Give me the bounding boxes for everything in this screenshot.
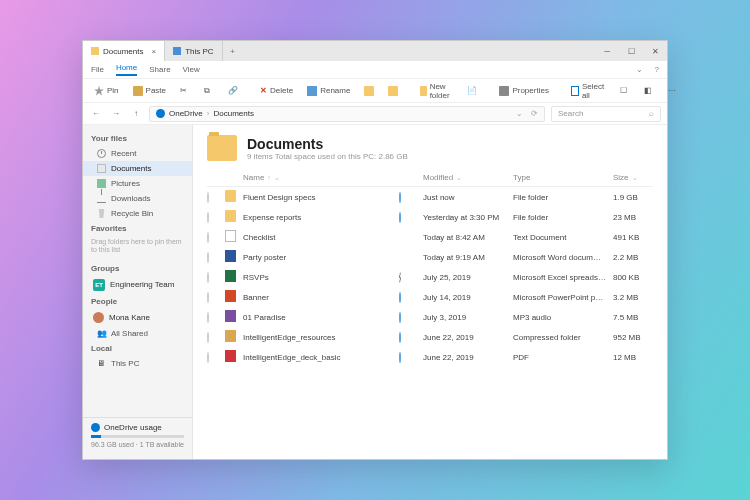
sidebar-item-recyclebin[interactable]: Recycle Bin bbox=[83, 206, 192, 221]
titlebar: Documents × This PC + ─ ☐ ✕ bbox=[83, 41, 667, 61]
sidebar-item-recent[interactable]: Recent bbox=[83, 146, 192, 161]
moveto-button[interactable] bbox=[359, 84, 379, 98]
file-size: 7.5 MB bbox=[613, 313, 653, 322]
copypath-button[interactable]: 🔗 bbox=[223, 84, 243, 98]
file-size: 23 MB bbox=[613, 213, 653, 222]
status-cloud-icon bbox=[399, 332, 401, 343]
menu-file[interactable]: File bbox=[91, 65, 104, 74]
selectall-icon bbox=[571, 86, 579, 96]
chevron-down-icon[interactable]: ⌄ bbox=[516, 109, 523, 118]
folder-icon bbox=[420, 86, 426, 96]
copy-button[interactable]: ⧉ bbox=[199, 84, 219, 98]
sidebar-person-item[interactable]: Mona Kane bbox=[83, 309, 192, 326]
selectall-button[interactable]: Select all bbox=[566, 80, 611, 102]
col-name[interactable]: Name↑⌄ bbox=[243, 173, 399, 182]
help-icon[interactable]: ? bbox=[655, 65, 659, 74]
sidebar-item-thispc[interactable]: 🖥This PC bbox=[83, 356, 192, 371]
menu-home[interactable]: Home bbox=[116, 63, 137, 76]
pin-icon bbox=[94, 86, 104, 96]
checkbox[interactable] bbox=[207, 252, 209, 263]
up-button[interactable]: ↑ bbox=[129, 107, 143, 121]
word-icon bbox=[225, 250, 236, 262]
checkbox[interactable] bbox=[207, 212, 209, 223]
sidebar-item-pictures[interactable]: Pictures bbox=[83, 176, 192, 191]
table-row[interactable]: Expense reportsYesterday at 3:30 PMFile … bbox=[207, 207, 653, 227]
file-modified: July 14, 2019 bbox=[423, 293, 513, 302]
breadcrumb-path[interactable]: Documents bbox=[213, 109, 253, 118]
rename-button[interactable]: Rename bbox=[302, 84, 355, 98]
rename-icon bbox=[307, 86, 317, 96]
checkbox[interactable] bbox=[207, 352, 209, 363]
close-tab-icon[interactable]: × bbox=[151, 47, 156, 56]
pin-button[interactable]: Pin bbox=[89, 84, 124, 98]
refresh-icon[interactable]: ⟳ bbox=[531, 109, 538, 118]
col-type[interactable]: Type bbox=[513, 173, 613, 182]
new-tab-button[interactable]: + bbox=[223, 41, 243, 61]
checkbox[interactable] bbox=[207, 332, 209, 343]
cut-button[interactable]: ✂ bbox=[175, 84, 195, 98]
paste-button[interactable]: Paste bbox=[128, 84, 171, 98]
sidebar-header: Favorites bbox=[83, 221, 192, 236]
checkbox[interactable] bbox=[207, 312, 209, 323]
checkbox[interactable] bbox=[207, 192, 209, 203]
body: Your files Recent Documents Pictures Dow… bbox=[83, 125, 667, 459]
search-input[interactable]: Search ⌕ bbox=[551, 106, 661, 122]
sidebar-item-downloads[interactable]: Downloads bbox=[83, 191, 192, 206]
table-row[interactable]: Party posterToday at 9:19 AMMicrosoft Wo… bbox=[207, 247, 653, 267]
menu-view[interactable]: View bbox=[183, 65, 200, 74]
close-button[interactable]: ✕ bbox=[643, 41, 667, 61]
back-button[interactable]: ← bbox=[89, 107, 103, 121]
table-row[interactable]: IntelligentEdge_deck_basicJune 22, 2019P… bbox=[207, 347, 653, 367]
file-type: Microsoft Word docum… bbox=[513, 253, 613, 262]
minimize-button[interactable]: ─ bbox=[595, 41, 619, 61]
selectnone-button[interactable]: ☐ bbox=[615, 84, 635, 98]
folder-icon bbox=[225, 190, 236, 202]
more-button[interactable]: ⋯ bbox=[663, 84, 681, 97]
clock-icon bbox=[97, 149, 106, 158]
table-row[interactable]: IntelligentEdge_resourcesJune 22, 2019Co… bbox=[207, 327, 653, 347]
menu-share[interactable]: Share bbox=[149, 65, 170, 74]
file-modified: June 22, 2019 bbox=[423, 333, 513, 342]
table-row[interactable]: RSVPsJuly 25, 2019Microsoft Excel spread… bbox=[207, 267, 653, 287]
tab-label: This PC bbox=[185, 47, 213, 56]
tab-documents[interactable]: Documents × bbox=[83, 41, 165, 61]
storage-widget[interactable]: OneDrive usage 96.3 GB used · 1 TB avail… bbox=[83, 417, 192, 453]
file-type: File folder bbox=[513, 213, 613, 222]
invert-button[interactable]: ◧ bbox=[639, 84, 659, 98]
chevron-down-icon[interactable]: ⌄ bbox=[636, 65, 643, 74]
table-row[interactable]: BannerJuly 14, 2019Microsoft PowerPoint … bbox=[207, 287, 653, 307]
window-buttons: ─ ☐ ✕ bbox=[595, 41, 667, 61]
file-type: Text Document bbox=[513, 233, 613, 242]
newitem-button[interactable]: 📄 bbox=[462, 84, 482, 98]
newfolder-button[interactable]: New folder bbox=[415, 80, 458, 102]
group-avatar: ET bbox=[93, 279, 105, 291]
file-name: Expense reports bbox=[243, 213, 399, 222]
folder-icon bbox=[207, 135, 237, 161]
sidebar-hint: Drag folders here to pin them to this li… bbox=[83, 236, 192, 261]
maximize-button[interactable]: ☐ bbox=[619, 41, 643, 61]
file-name: Fluent Design specs bbox=[243, 193, 399, 202]
storage-bar bbox=[91, 435, 184, 438]
table-row[interactable]: ChecklistToday at 8:42 AMText Document49… bbox=[207, 227, 653, 247]
table-row[interactable]: Fluent Design specsJust nowFile folder1.… bbox=[207, 187, 653, 207]
forward-button[interactable]: → bbox=[109, 107, 123, 121]
checkbox[interactable] bbox=[207, 272, 209, 283]
col-modified[interactable]: Modified⌄ bbox=[423, 173, 513, 182]
delete-button[interactable]: ✕Delete bbox=[255, 84, 298, 97]
breadcrumb-root[interactable]: OneDrive bbox=[169, 109, 203, 118]
col-size[interactable]: Size⌄ bbox=[613, 173, 653, 182]
file-size: 952 MB bbox=[613, 333, 653, 342]
table-row[interactable]: 01 ParadiseJuly 3, 2019MP3 audio7.5 MB bbox=[207, 307, 653, 327]
copyto-button[interactable] bbox=[383, 84, 403, 98]
sidebar-item-documents[interactable]: Documents bbox=[83, 161, 192, 176]
file-size: 800 KB bbox=[613, 273, 653, 282]
tab-thispc[interactable]: This PC bbox=[165, 41, 222, 61]
checkbox[interactable] bbox=[207, 292, 209, 303]
breadcrumb[interactable]: OneDrive › Documents ⌄ ⟳ bbox=[149, 106, 545, 122]
sidebar-item-allshared[interactable]: 👥All Shared bbox=[83, 326, 192, 341]
sidebar-group-item[interactable]: ETEngineering Team bbox=[83, 276, 192, 294]
properties-button[interactable]: Properties bbox=[494, 84, 553, 98]
checkbox[interactable] bbox=[207, 232, 209, 243]
file-list: Fluent Design specsJust nowFile folder1.… bbox=[207, 187, 653, 367]
paste-icon bbox=[133, 86, 143, 96]
